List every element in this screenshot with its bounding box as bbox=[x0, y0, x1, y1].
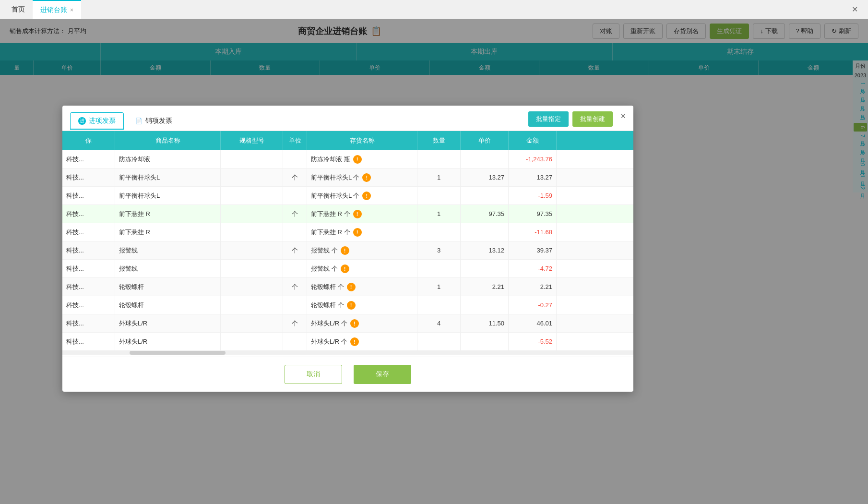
table-cell bbox=[221, 187, 283, 204]
main-content: 销售成本计算方法： 月平均 商贸企业进销台账 📋 对账 重新开账 存货别名 生成… bbox=[0, 19, 868, 504]
modal-close-button[interactable]: × bbox=[620, 111, 626, 127]
table-cell: 97.35 bbox=[461, 205, 509, 223]
warning-icon: ! bbox=[362, 173, 371, 182]
warning-icon: ! bbox=[353, 210, 362, 218]
table-cell: 前下悬挂 R 个! bbox=[307, 205, 417, 223]
table-cell bbox=[221, 205, 283, 223]
table-cell: 97.35 bbox=[509, 205, 557, 223]
purchase-tab-icon: 进 bbox=[78, 117, 86, 125]
table-cell: 报警线 个! bbox=[307, 260, 417, 277]
table-cell bbox=[221, 314, 283, 332]
table-cell: 个 bbox=[283, 205, 307, 223]
table-cell bbox=[461, 260, 509, 277]
table-cell: 1 bbox=[417, 278, 461, 296]
table-cell: 前平衡杆球头L 个! bbox=[307, 187, 417, 204]
table-cell: 39.37 bbox=[509, 241, 557, 259]
table-row[interactable]: 科技...前下悬挂 R前下悬挂 R 个!-11.68 bbox=[62, 223, 633, 241]
table-cell: -1.59 bbox=[509, 187, 557, 204]
warning-icon: ! bbox=[347, 301, 356, 310]
modal-header: 进 进项发票 📄 销项发票 批量指定 批量创建 × bbox=[62, 106, 633, 131]
table-cell: -4.72 bbox=[509, 260, 557, 277]
cancel-button[interactable]: 取消 bbox=[285, 365, 342, 384]
table-cell bbox=[221, 150, 283, 168]
tab-home-label: 首页 bbox=[12, 5, 25, 14]
table-cell: 科技... bbox=[62, 205, 115, 223]
table-row[interactable]: 科技...外球头L/R外球头L/R 个!-5.52 bbox=[62, 333, 633, 351]
th-unit: 单位 bbox=[283, 131, 307, 150]
table-cell: 防冻冷却液 bbox=[115, 150, 221, 168]
batch-create-button[interactable]: 批量创建 bbox=[572, 111, 613, 127]
save-button[interactable]: 保存 bbox=[354, 365, 411, 384]
table-cell: 前下悬挂 R bbox=[115, 223, 221, 241]
table-row[interactable]: 科技...外球头L/R个外球头L/R 个!411.5046.01 bbox=[62, 314, 633, 333]
table-row[interactable]: 科技...轮毂螺杆个轮毂螺杆 个!12.212.21 bbox=[62, 278, 633, 296]
window-close-icon: ✕ bbox=[852, 5, 858, 14]
table-cell: 11.50 bbox=[461, 314, 509, 332]
table-cell bbox=[221, 241, 283, 259]
table-row[interactable]: 科技...轮毂螺杆轮毂螺杆 个!-0.27 bbox=[62, 296, 633, 314]
table-cell: -11.68 bbox=[509, 223, 557, 241]
table-cell: -1,243.76 bbox=[509, 150, 557, 168]
tab-sales-invoice[interactable]: 📄 销项发票 bbox=[128, 112, 180, 130]
modal-scrollbar-thumb[interactable] bbox=[130, 351, 226, 355]
table-cell: 科技... bbox=[62, 314, 115, 332]
th-col1: 你 bbox=[62, 131, 115, 150]
th-spec-model: 规格型号 bbox=[221, 131, 283, 150]
table-cell bbox=[461, 150, 509, 168]
table-cell: 轮毂螺杆 个! bbox=[307, 278, 417, 296]
table-cell bbox=[283, 187, 307, 204]
modal-scrollbar[interactable] bbox=[62, 351, 633, 355]
warning-icon: ! bbox=[341, 264, 349, 273]
tab-close-icon[interactable]: × bbox=[70, 7, 73, 13]
table-cell: 科技... bbox=[62, 278, 115, 296]
modal-footer: 取消 保存 bbox=[62, 357, 633, 392]
table-cell: 3 bbox=[417, 241, 461, 259]
table-cell: 13.12 bbox=[461, 241, 509, 259]
warning-icon: ! bbox=[347, 283, 356, 291]
table-cell: 外球头L/R 个! bbox=[307, 314, 417, 332]
tab-active[interactable]: 进销台账 × bbox=[33, 0, 81, 19]
table-cell: 个 bbox=[283, 278, 307, 296]
table-cell bbox=[221, 223, 283, 241]
warning-icon: ! bbox=[350, 337, 359, 346]
table-cell: 个 bbox=[283, 168, 307, 186]
table-cell: 报警线 bbox=[115, 241, 221, 259]
table-cell bbox=[461, 296, 509, 314]
table-cell: 2.21 bbox=[461, 278, 509, 296]
modal-table-header: 你 商品名称 规格型号 单位 存货名称 数量 单价 金额 bbox=[62, 131, 633, 150]
table-cell bbox=[283, 150, 307, 168]
modal-dialog: 进 进项发票 📄 销项发票 批量指定 批量创建 × 你 商品名称 规格型号 单位… bbox=[62, 106, 633, 392]
table-row[interactable]: 科技...防冻冷却液防冻冷却液 瓶!-1,243.76 bbox=[62, 150, 633, 168]
table-row[interactable]: 科技...报警线报警线 个!-4.72 bbox=[62, 260, 633, 278]
table-cell bbox=[417, 296, 461, 314]
table-cell: 科技... bbox=[62, 223, 115, 241]
window-close-button[interactable]: ✕ bbox=[845, 0, 864, 19]
table-cell: 外球头L/R 个! bbox=[307, 333, 417, 350]
table-cell: 科技... bbox=[62, 260, 115, 277]
table-cell: 前平衡杆球头L bbox=[115, 168, 221, 186]
table-row[interactable]: 科技...前平衡杆球头L个前平衡杆球头L 个!113.2713.27 bbox=[62, 168, 633, 187]
table-cell: 外球头L/R bbox=[115, 314, 221, 332]
table-cell: 4 bbox=[417, 314, 461, 332]
table-cell: 科技... bbox=[62, 241, 115, 259]
table-cell: -0.27 bbox=[509, 296, 557, 314]
table-cell bbox=[461, 187, 509, 204]
th-quantity: 数量 bbox=[417, 131, 461, 150]
sales-tab-icon: 📄 bbox=[135, 118, 143, 124]
tab-purchase-label: 进项发票 bbox=[89, 117, 116, 125]
table-cell bbox=[417, 260, 461, 277]
table-cell: 前平衡杆球头L bbox=[115, 187, 221, 204]
table-cell: 13.27 bbox=[509, 168, 557, 186]
th-commodity-name: 商品名称 bbox=[115, 131, 221, 150]
tab-purchase-invoice[interactable]: 进 进项发票 bbox=[70, 112, 124, 130]
table-cell: 46.01 bbox=[509, 314, 557, 332]
tab-sales-label: 销项发票 bbox=[145, 117, 172, 125]
table-row[interactable]: 科技...前平衡杆球头L前平衡杆球头L 个!-1.59 bbox=[62, 187, 633, 205]
table-cell: 1 bbox=[417, 205, 461, 223]
tab-home[interactable]: 首页 bbox=[4, 0, 33, 19]
warning-icon: ! bbox=[353, 228, 362, 237]
table-row[interactable]: 科技...报警线个报警线 个!313.1239.37 bbox=[62, 241, 633, 260]
table-cell bbox=[221, 333, 283, 350]
batch-assign-button[interactable]: 批量指定 bbox=[528, 111, 569, 127]
table-row[interactable]: 科技...前下悬挂 R个前下悬挂 R 个!197.3597.35 bbox=[62, 205, 633, 223]
